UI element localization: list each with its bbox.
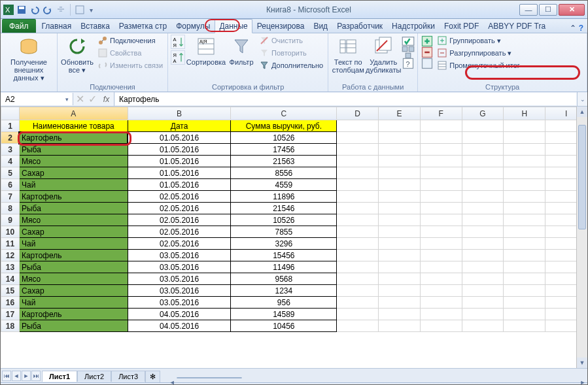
cell[interactable]: 01.05.2016: [128, 156, 231, 167]
properties-button[interactable]: Свойства: [95, 47, 165, 59]
whatif-icon[interactable]: ?: [402, 57, 415, 67]
tab-insert[interactable]: Вставка: [76, 19, 114, 33]
cell[interactable]: [337, 250, 379, 261]
cell[interactable]: [379, 250, 421, 261]
cell[interactable]: [420, 132, 462, 144]
cell[interactable]: [420, 320, 462, 332]
cell[interactable]: [420, 214, 462, 226]
cell[interactable]: [420, 273, 462, 285]
cell[interactable]: [462, 132, 504, 144]
vscroll-thumb[interactable]: [578, 125, 586, 229]
cell[interactable]: [337, 156, 379, 167]
cell[interactable]: Картофель: [19, 191, 128, 203]
cell[interactable]: 02.05.2016: [128, 191, 231, 203]
cell[interactable]: [420, 156, 462, 167]
cell[interactable]: [462, 156, 504, 167]
row-hdr[interactable]: 12: [1, 250, 20, 261]
cell[interactable]: Чай: [19, 179, 128, 191]
next-sheet-icon[interactable]: ►: [22, 371, 31, 381]
cell[interactable]: 17456: [231, 144, 337, 156]
select-all-corner[interactable]: [1, 107, 20, 120]
cell[interactable]: [337, 226, 379, 238]
cell[interactable]: Наименование товара: [19, 120, 128, 132]
sort-asc-icon[interactable]: АЯ: [171, 35, 185, 49]
row-hdr[interactable]: 1: [1, 120, 20, 132]
cell[interactable]: [379, 261, 421, 273]
cell[interactable]: Сахар: [19, 226, 128, 238]
cell[interactable]: 03.05.2016: [128, 261, 231, 273]
row-hdr[interactable]: 18: [1, 320, 20, 332]
cell[interactable]: [379, 167, 421, 179]
close-button[interactable]: ✕: [559, 4, 585, 16]
cell[interactable]: [462, 309, 504, 320]
connections-button[interactable]: Подключения: [95, 35, 165, 46]
cell[interactable]: 01.05.2016: [128, 144, 231, 156]
cell[interactable]: [504, 273, 545, 285]
cell[interactable]: 14589: [231, 309, 337, 320]
cell[interactable]: [462, 120, 504, 132]
row-hdr[interactable]: 14: [1, 273, 20, 285]
first-sheet-icon[interactable]: ⏮: [2, 371, 11, 381]
cell[interactable]: 956: [231, 297, 337, 309]
cell[interactable]: 15456: [231, 250, 337, 261]
cell[interactable]: [379, 179, 421, 191]
tab-data[interactable]: Данные: [215, 19, 252, 33]
cell[interactable]: [420, 120, 462, 132]
cell[interactable]: [337, 309, 379, 320]
cell[interactable]: [379, 120, 421, 132]
cell[interactable]: [462, 191, 504, 203]
cell[interactable]: Сахар: [19, 167, 128, 179]
group-icon[interactable]: [421, 35, 434, 45]
cell[interactable]: [504, 167, 545, 179]
tab-formulas[interactable]: Формулы: [171, 19, 215, 33]
cell[interactable]: 03.05.2016: [128, 250, 231, 261]
cell[interactable]: [462, 167, 504, 179]
cell[interactable]: [504, 238, 545, 250]
last-sheet-icon[interactable]: ⏭: [31, 371, 41, 381]
minimize-ribbon-icon[interactable]: ⌃: [570, 24, 576, 33]
tab-view[interactable]: Вид: [309, 19, 332, 33]
cell[interactable]: [462, 214, 504, 226]
cell[interactable]: [420, 309, 462, 320]
cell[interactable]: 3296: [231, 238, 337, 250]
row-hdr[interactable]: 6: [1, 179, 20, 191]
col-F[interactable]: F: [420, 107, 462, 120]
cell[interactable]: [337, 144, 379, 156]
row-hdr[interactable]: 3: [1, 144, 20, 156]
consolidate-icon[interactable]: [402, 46, 415, 56]
cell[interactable]: [420, 144, 462, 156]
cell[interactable]: [504, 285, 545, 297]
sheet-tab-1[interactable]: Лист1: [42, 371, 77, 382]
cell[interactable]: [337, 179, 379, 191]
sheet-tab-2[interactable]: Лист2: [77, 371, 111, 382]
cell[interactable]: [504, 179, 545, 191]
row-hdr[interactable]: 9: [1, 214, 20, 226]
cell[interactable]: [379, 132, 421, 144]
name-box[interactable]: A2 ▾: [1, 93, 73, 105]
cell[interactable]: [337, 214, 379, 226]
cell[interactable]: Рыба: [19, 320, 128, 332]
cell[interactable]: Мясо: [19, 273, 128, 285]
cell[interactable]: [379, 226, 421, 238]
cell[interactable]: [462, 261, 504, 273]
col-A[interactable]: A: [19, 107, 128, 120]
cell[interactable]: Картофель: [19, 250, 128, 261]
cell[interactable]: 04.05.2016: [128, 309, 231, 320]
tab-developer[interactable]: Разработчик: [332, 19, 387, 33]
cell[interactable]: Рыба: [19, 261, 128, 273]
clear-filter-button[interactable]: Очистить: [257, 35, 325, 46]
cell[interactable]: 10526: [231, 214, 337, 226]
cell[interactable]: 01.05.2016: [128, 167, 231, 179]
col-E[interactable]: E: [379, 107, 421, 120]
cell[interactable]: [379, 203, 421, 214]
cell[interactable]: 03.05.2016: [128, 273, 231, 285]
cell[interactable]: [462, 238, 504, 250]
cell[interactable]: [504, 156, 545, 167]
get-external-data-button[interactable]: Получение внешних данных ▾: [3, 35, 54, 83]
row-hdr[interactable]: 13: [1, 261, 20, 273]
cell[interactable]: 4559: [231, 179, 337, 191]
ungroup-icon[interactable]: [421, 46, 434, 56]
undo-icon[interactable]: [29, 5, 40, 15]
cell[interactable]: [504, 250, 545, 261]
cell[interactable]: [462, 297, 504, 309]
